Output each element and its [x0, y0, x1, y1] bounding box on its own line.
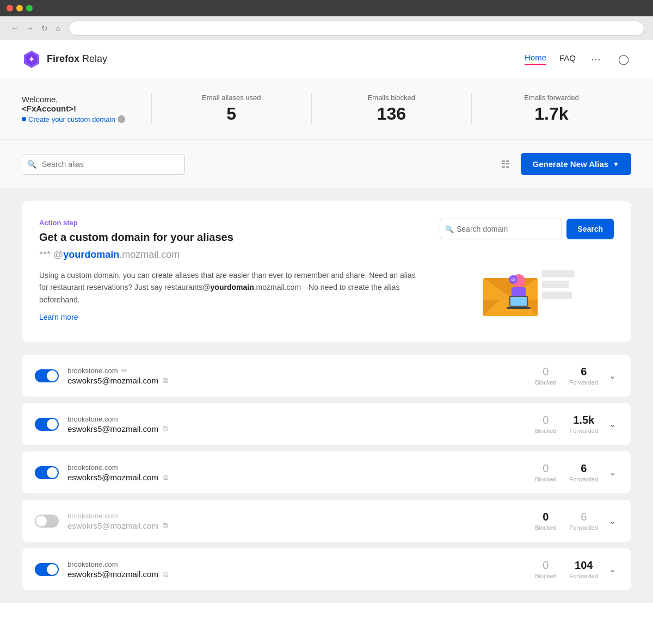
nav-faq-link[interactable]: FAQ: [559, 53, 576, 65]
main-nav: Home FAQ ⋯ ◯: [525, 51, 631, 67]
alias-stats: 0 Blocked 1.5k Forwarded: [535, 414, 598, 434]
alias-email: eswokrs5@mozmail.com ⧉: [67, 473, 526, 482]
alias-card: brookstone.com eswokrs5@mozmail.com ⧉ 0 …: [22, 403, 631, 445]
search-alias-input[interactable]: [22, 154, 185, 175]
blocked-stat: 0 Blocked: [535, 414, 556, 434]
svg-text:✦: ✦: [28, 55, 35, 64]
alias-domain: brookstone.com: [67, 560, 526, 568]
alias-email: eswokrs5@mozmail.com ⧉: [67, 569, 526, 579]
domain-search-icon: 🔍: [445, 225, 454, 233]
expand-alias-button[interactable]: ⌄: [607, 513, 618, 528]
apps-grid-button[interactable]: ⋯: [589, 51, 603, 67]
custom-domain-link[interactable]: Create your custom domain i: [22, 115, 125, 123]
action-card: Action step Get a custom domain for your…: [22, 201, 631, 342]
svg-rect-11: [507, 307, 531, 309]
alias-toggle[interactable]: [35, 515, 59, 528]
alias-card: brookstone.com ✏ eswokrs5@mozmail.com ⧉ …: [22, 355, 631, 397]
alias-list: brookstone.com ✏ eswokrs5@mozmail.com ⧉ …: [22, 355, 631, 590]
logo: ✦ Firefox Relay: [22, 49, 107, 69]
expand-alias-button[interactable]: ⌄: [607, 562, 618, 577]
blocked-stat: 0 Blocked: [535, 559, 556, 579]
search-icon: 🔍: [27, 160, 36, 169]
alias-stats: 0 Blocked 6 Forwarded: [535, 511, 598, 531]
browser-toolbar: ← → ↻ ⌂: [0, 16, 653, 40]
domain-search-container: 🔍: [440, 219, 562, 239]
forward-button[interactable]: →: [24, 22, 36, 35]
copy-icon[interactable]: ⧉: [163, 424, 168, 434]
svg-rect-14: [542, 292, 572, 299]
home-button[interactable]: ⌂: [53, 22, 62, 35]
alias-info: brookstone.com eswokrs5@mozmail.com ⧉: [67, 560, 526, 579]
action-card-right: 🔍 Search: [440, 219, 614, 324]
copy-icon[interactable]: ⧉: [163, 376, 168, 385]
forwarded-stat: 104 Forwarded: [569, 559, 598, 579]
browser-dot-green[interactable]: [26, 5, 33, 11]
alias-stats: 0 Blocked 6 Forwarded: [535, 366, 598, 386]
welcome-text: Welcome,: [22, 95, 125, 104]
alias-toggle[interactable]: [35, 369, 59, 382]
emails-forwarded-stat: Emails forwarded 1.7k: [471, 94, 631, 124]
info-icon[interactable]: i: [118, 115, 125, 123]
alias-email: eswokrs5@mozmail.com ⧉: [67, 521, 526, 530]
alias-info: brookstone.com eswokrs5@mozmail.com ⧉: [67, 415, 526, 434]
svg-rect-13: [542, 281, 569, 288]
alias-stats: 0 Blocked 6 Forwarded: [535, 462, 598, 482]
nav-home-link[interactable]: Home: [525, 53, 546, 65]
action-card-description: Using a custom domain, you can create al…: [39, 269, 427, 306]
forwarded-stat: 6 Forwarded: [569, 366, 598, 386]
address-bar[interactable]: [69, 21, 644, 36]
blocked-stat: 0 Blocked: [535, 366, 556, 386]
alias-toggle[interactable]: [35, 563, 59, 576]
alias-domain: brookstone.com: [67, 415, 526, 423]
generate-alias-button[interactable]: Generate New Alias ▼: [521, 153, 631, 175]
svg-rect-10: [510, 297, 527, 306]
aliases-used-stat: Email aliases used 5: [151, 94, 311, 124]
search-bar: 🔍 ☷ Generate New Alias ▼: [0, 140, 653, 188]
expand-alias-button[interactable]: ⌄: [607, 465, 618, 480]
app-container: ✦ Firefox Relay Home FAQ ⋯ ◯ Welcome, <F…: [0, 40, 653, 644]
edit-icon[interactable]: ✏: [121, 367, 127, 375]
custom-domain-illustration: ✉: [472, 248, 581, 324]
alias-card: brookstone.com eswokrs5@mozmail.com ⧉ 0 …: [22, 451, 631, 493]
alias-email: eswokrs5@mozmail.com ⧉: [67, 376, 526, 385]
alias-stats: 0 Blocked 104 Forwarded: [535, 559, 598, 579]
forwarded-stat: 6 Forwarded: [569, 462, 598, 482]
copy-icon[interactable]: ⧉: [163, 473, 168, 482]
blocked-stat: 0 Blocked: [535, 511, 556, 531]
back-button[interactable]: ←: [9, 22, 21, 35]
domain-preview: *** @yourdomain.mozmail.com: [39, 249, 427, 261]
chevron-down-icon: ▼: [613, 160, 619, 168]
alias-card: brookstone.com eswokrs5@mozmail.com ⧉ 0 …: [22, 548, 631, 590]
main-content: Action step Get a custom domain for your…: [0, 188, 653, 603]
browser-dot-yellow[interactable]: [16, 5, 23, 11]
filter-button[interactable]: ☷: [497, 154, 514, 175]
emails-blocked-stat: Emails blocked 136: [311, 94, 471, 124]
firefox-relay-logo: ✦: [22, 49, 41, 69]
browser-dot-red[interactable]: [7, 5, 13, 11]
expand-alias-button[interactable]: ⌄: [607, 368, 618, 383]
logo-text: Firefox Relay: [47, 53, 107, 65]
reload-button[interactable]: ↻: [39, 22, 50, 35]
svg-rect-12: [542, 270, 575, 277]
search-domain-button[interactable]: Search: [566, 219, 614, 239]
domain-search-wrap: 🔍 Search: [440, 219, 614, 239]
copy-icon[interactable]: ⧉: [163, 521, 168, 530]
blocked-stat: 0 Blocked: [535, 462, 556, 482]
search-input-wrap: 🔍: [22, 154, 185, 175]
alias-toggle[interactable]: [35, 466, 59, 479]
learn-more-link[interactable]: Learn more: [39, 313, 78, 321]
expand-alias-button[interactable]: ⌄: [607, 417, 618, 431]
action-card-left: Action step Get a custom domain for your…: [39, 219, 427, 324]
browser-chrome: [0, 0, 653, 16]
welcome-block: Welcome, <FxAccount>! Create your custom…: [22, 95, 125, 123]
alias-card: brookstone.com eswokrs5@mozmail.com ⧉ 0 …: [22, 500, 631, 542]
search-domain-input[interactable]: [440, 219, 562, 239]
alias-info: brookstone.com ✏ eswokrs5@mozmail.com ⧉: [67, 367, 526, 385]
stats-section: Welcome, <FxAccount>! Create your custom…: [0, 78, 653, 140]
app-header: ✦ Firefox Relay Home FAQ ⋯ ◯: [0, 40, 653, 78]
user-account-button[interactable]: ◯: [616, 51, 631, 67]
alias-info: brookstone.com eswokrs5@mozmail.com ⧉: [67, 463, 526, 482]
svg-text:✉: ✉: [511, 277, 515, 283]
alias-toggle[interactable]: [35, 418, 59, 431]
copy-icon[interactable]: ⧉: [163, 569, 168, 579]
